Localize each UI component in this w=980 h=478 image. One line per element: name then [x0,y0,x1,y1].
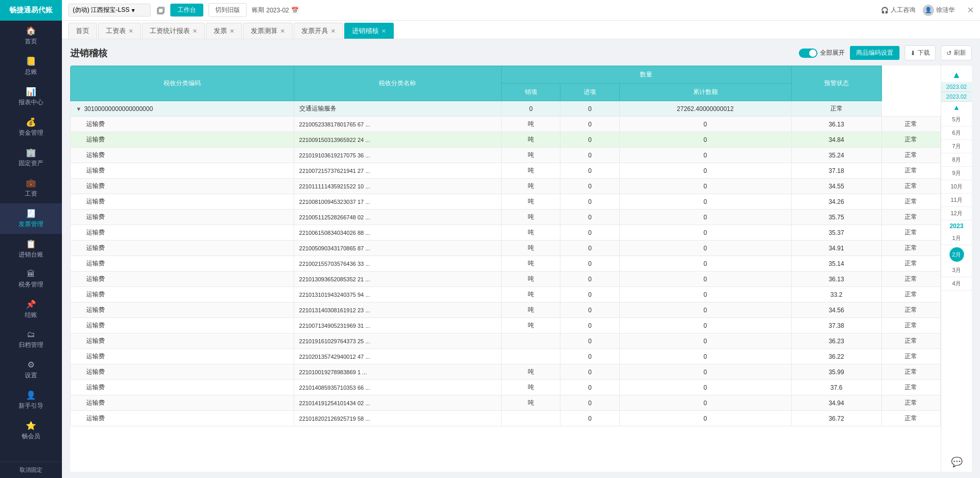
row-name: 运输费 [71,272,294,287]
scroll-up-2[interactable]: ▲ [952,102,962,113]
support-link[interactable]: 🎧 人工咨询 [881,6,915,14]
table-row[interactable]: 运输费 221019161029764373 25 ... 0 0 36.23 … [71,333,941,349]
collapse-icon[interactable]: ▼ [76,106,82,112]
tab-payroll-report[interactable]: 工资统计报表 ✕ [142,23,205,39]
table-row[interactable]: 运输费 221020135742940012 47 ... 0 0 36.22 … [71,349,941,364]
month-1[interactable]: 1月 [941,232,972,245]
month-3[interactable]: 3月 [941,264,972,277]
table-row[interactable]: 运输费 221014085935710353 66 ... 吨 0 0 37.6… [71,380,941,395]
col-status: 预警状态 [791,66,881,101]
sidebar-item-label: 归档管理 [19,341,43,349]
month-8[interactable]: 8月 [941,153,972,167]
download-button[interactable]: ⬇ 下载 [905,45,936,60]
row-cumulative: 35.14 [791,256,881,272]
table-row[interactable]: 运输费 221005112528266748 02 ... 吨 0 0 35.7… [71,210,941,225]
close-window-button[interactable]: ✕ [967,5,974,15]
table-row[interactable]: 运输费 221002155703576436 33 ... 吨 0 0 35.1… [71,256,941,272]
row-name: 运输费 [71,318,294,333]
tab-reconcile[interactable]: 进销稽核 ✕ [344,23,394,39]
tab-payroll[interactable]: 工资表 ✕ [98,23,141,39]
sidebar-item-tax[interactable]: 🏛 税务管理 [0,264,62,294]
support-label: 人工咨询 [891,6,915,14]
table-row[interactable]: 运输费 221009150313965922 24 ... 吨 0 0 34.8… [71,132,941,148]
table-row[interactable]: 运输费 221005090343170865 87 ... 吨 0 0 34.9… [71,241,941,256]
table-row[interactable]: ▼30100000000000000000 交通运输服务 0 0 27262.4… [71,101,941,117]
tab-invoice-calc-label: 发票测算 [251,26,278,36]
sidebar-item-member[interactable]: ⭐ 畅会员 [0,416,62,446]
month-6[interactable]: 6月 [941,126,972,140]
sidebar-item-guide[interactable]: 👤 新手引导 [0,385,62,416]
row-purchase: 0 [619,163,791,179]
month-7[interactable]: 7月 [941,140,972,153]
sidebar-item-assets[interactable]: 🏢 固定资产 [0,142,62,173]
month-5[interactable]: 5月 [941,113,972,126]
tab-payroll-close[interactable]: ✕ [128,28,133,35]
table-row[interactable]: 运输费 221013140308161912 23 ... 吨 0 0 34.5… [71,302,941,318]
month-10[interactable]: 10月 [941,180,972,194]
switch-old-button[interactable]: 切到旧版 [208,3,247,17]
sidebar-item-funds[interactable]: 💰 资金管理 [0,112,62,142]
unpin-button[interactable]: 取消固定 [0,461,62,478]
month-4[interactable]: 4月 [941,277,972,291]
tab-invoice-issue-close[interactable]: ✕ [331,28,335,35]
row-flag: 吨 [502,132,560,148]
refresh-button[interactable]: ↺ 刷新 [941,45,972,60]
table-row[interactable]: 运输费 221018202126925719 58 ... 0 0 36.72 … [71,411,941,426]
row-cumulative: 36.72 [791,411,881,426]
scroll-up-button[interactable]: ▲ [951,68,963,82]
user-info[interactable]: 👤 徐涟华 [923,5,955,16]
table-row[interactable]: 运输费 221019103619217075 36 ... 吨 0 0 35.2… [71,148,941,163]
table-row[interactable]: 运输费 221011111435921522 10 ... 吨 0 0 34.5… [71,179,941,194]
tab-home[interactable]: 首页 [68,23,97,39]
row-purchase: 0 [619,349,791,364]
tab-invoice-issue-label: 发票开具 [301,26,328,36]
year-label-2: 2023.02 [941,92,972,102]
month-9[interactable]: 9月 [941,167,972,180]
close-accounts-icon: 📌 [26,299,36,309]
sidebar-item-payroll[interactable]: 💼 工资 [0,173,62,203]
tab-invoice-issue[interactable]: 发票开具 ✕ [294,23,343,39]
sidebar-item-settings[interactable]: ⚙ 设置 [0,355,62,385]
col-quantity-group: 数量 [502,66,791,84]
sidebar-item-archive[interactable]: 🗂 归档管理 [0,325,62,355]
tab-reconcile-close[interactable]: ✕ [381,28,386,35]
table-row[interactable]: 运输费 221014191254101434 02 ... 吨 0 0 34.9… [71,395,941,411]
table-row[interactable]: 运输费 221007134905231969 31 ... 吨 0 0 37.3… [71,318,941,333]
expand-toggle[interactable] [799,49,817,58]
month-11[interactable]: 11月 [941,194,972,207]
table-row[interactable]: 运输费 221007215737621941 27 ... 吨 0 0 37.1… [71,163,941,179]
sidebar-item-close-accounts[interactable]: 📌 结账 [0,294,62,325]
table-row[interactable]: 运输费 221013101943240375 94 ... 吨 0 0 33.2… [71,287,941,302]
sidebar-item-ledger[interactable]: 📒 总账 [0,51,62,82]
tab-invoice-close[interactable]: ✕ [230,28,234,35]
table-row[interactable]: 运输费 221013093652085352 21 ... 吨 0 0 36.1… [71,272,941,287]
table-row[interactable]: 运输费 221006150834034026 88 ... 吨 0 0 35.3… [71,225,941,241]
tab-invoice-calc-close[interactable]: ✕ [280,28,285,35]
month-2-current[interactable]: 2月 [950,247,964,262]
row-purchase: 0 [619,194,791,210]
table-row[interactable]: 运输费 221010019278983869 1 ... 吨 0 0 35.99… [71,364,941,380]
row-status: 正常 [881,364,940,380]
tab-invoice-calc[interactable]: 发票测算 ✕ [243,23,293,39]
sidebar-item-reports[interactable]: 📊 报表中心 [0,82,62,112]
sidebar-item-home[interactable]: 🏠 首页 [0,21,62,51]
row-cumulative: 36.13 [791,272,881,287]
company-selector[interactable]: (勿动) 江西报宝-LSS ▾ [68,4,151,17]
reports-icon: 📊 [26,87,36,97]
tab-payroll-report-close[interactable]: ✕ [192,28,197,35]
user-name: 徐涟华 [936,6,955,14]
expand-toggle-label: 全部展开 [820,49,845,57]
sidebar-item-purchase-ledger[interactable]: 📋 进销台账 [0,234,62,264]
table-row[interactable]: 运输费 221008100945323037 17 ... 吨 0 0 34.2… [71,194,941,210]
month-12[interactable]: 12月 [941,207,972,220]
table-row[interactable]: 运输费 221005233817801765 67 ... 吨 0 0 36.1… [71,117,941,132]
group-purchase: 0 [560,101,619,117]
period-selector[interactable]: 账期 2023-02 📅 [252,6,299,14]
tab-payroll-label: 工资表 [106,26,126,36]
tab-invoice[interactable]: 发票 ✕ [206,23,242,39]
row-flag: 吨 [502,117,560,132]
settings-button[interactable]: 商品编码设置 [850,46,899,60]
workbench-button[interactable]: 工作台 [170,4,203,17]
row-sales: 0 [560,241,619,256]
sidebar-item-invoice[interactable]: 🧾 发票管理 [0,203,62,234]
